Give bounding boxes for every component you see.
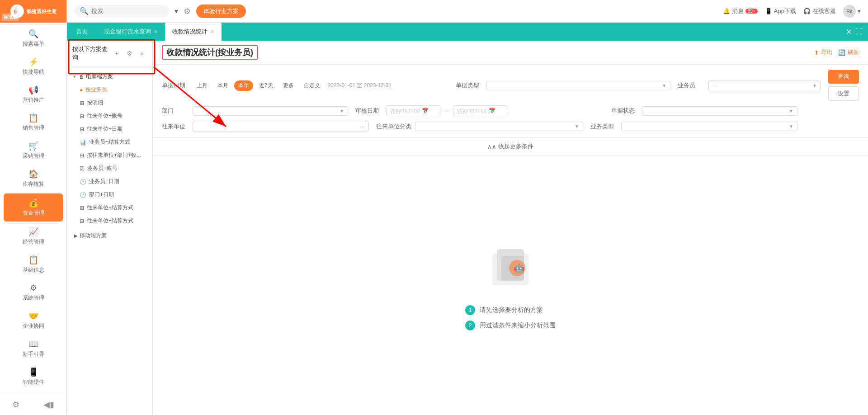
tab-cashflow-label: 现金银行流水查询	[104, 28, 151, 36]
scheme-item-detail[interactable]: ⊞ 按明细	[67, 96, 152, 109]
user-menu-btn[interactable]: Rit ▾	[843, 5, 861, 18]
tab-receipt-stats-label: 收款情况统计	[172, 28, 208, 36]
basic-icon: 📋	[28, 255, 38, 265]
tabbar: 首页 现金银行流水查询 ✕ 收款情况统计 ✕ ✕ ⛶	[67, 23, 868, 41]
scheme-item-salesman[interactable]: ● 按业务员	[67, 83, 152, 96]
sidebar-item-operation[interactable]: 📈 经营管理	[0, 222, 66, 250]
audit-date-end[interactable]: yyyy-mm-dd 📅	[453, 105, 507, 116]
partner-more-icon[interactable]: ···	[360, 123, 365, 130]
mobile-group-header[interactable]: ▶ 移动端方案	[67, 229, 152, 242]
sidebar-item-guide[interactable]: 📖 新手引导	[0, 335, 66, 363]
export-btn[interactable]: ⬆ 导出	[814, 48, 833, 57]
salesman-date-icon: 🕐	[80, 179, 86, 185]
chevron-down-icon: ▼	[72, 74, 77, 79]
settings-form-btn[interactable]: 设置	[828, 86, 859, 101]
online-service-btn[interactable]: 🎧 在线客服	[803, 7, 836, 15]
sidebar-item-hardware[interactable]: 📱 智能硬件	[0, 363, 66, 391]
tab-receipt-stats[interactable]: 收款情况统计 ✕	[165, 23, 222, 41]
business-type-select[interactable]: ▼	[621, 122, 797, 131]
sidebar-item-finance[interactable]: 💰 资金管理	[4, 193, 63, 222]
phone-icon: 📱	[765, 8, 772, 14]
system-icon: ⚙	[30, 283, 37, 293]
settings-footer-icon[interactable]: ⚙	[12, 400, 19, 410]
date-pill-thismonth[interactable]: 本月	[213, 80, 232, 91]
messages-btn[interactable]: 🔔 消息 99	[723, 7, 758, 15]
partner-category-label: 往来单位分类	[376, 123, 411, 131]
calendar-start-icon: 📅	[422, 108, 429, 114]
salesman-arrow: ▼	[812, 83, 817, 88]
user-dropdown-icon: ▾	[858, 8, 861, 14]
voucher-status-label: 单据状态	[611, 107, 638, 115]
scheme-item-partner-settle1[interactable]: ⊞ 往来单位+结算方式	[67, 201, 152, 214]
partner-account-icon: ⊟	[80, 113, 84, 119]
salesman-select[interactable]: ··· ▼	[708, 80, 821, 91]
sidebar-item-collab[interactable]: 🤝 企业协同	[0, 307, 66, 335]
tab-home[interactable]: 首页	[67, 23, 97, 41]
scheme-item-partner-account[interactable]: ⊟ 往来单位+账号	[67, 109, 152, 123]
audit-date-start[interactable]: yyyy-mm-dd 📅	[386, 105, 440, 116]
maximize-icon[interactable]: ⛶	[855, 28, 863, 36]
sidebar-item-basic[interactable]: 📋 基础信息	[0, 250, 66, 278]
salesman-settle-icon: 📊	[80, 139, 86, 146]
sidebar-item-inventory[interactable]: 🏠 库存核算	[0, 165, 66, 193]
voucher-type-select[interactable]: ▼	[486, 81, 670, 90]
department-arrow: ▼	[340, 108, 344, 113]
date-pill-thisyear[interactable]: 本年	[234, 80, 253, 91]
sidebar-item-system[interactable]: ⚙ 系统管理	[0, 278, 66, 307]
scheme-item-salesman-account[interactable]: ☑ 业务员+账号	[67, 162, 152, 175]
chevron-right-icon: ▶	[74, 233, 78, 238]
sidebar-item-marketing[interactable]: 📢 营销推广	[0, 80, 66, 108]
app-download-btn[interactable]: 📱 App下载	[765, 7, 796, 15]
filter-actions: 查询 设置	[828, 70, 859, 101]
date-pill-more[interactable]: 更多	[279, 80, 298, 91]
search-input[interactable]	[91, 8, 164, 14]
sidebar-item-sales[interactable]: 📋 销售管理	[0, 108, 66, 137]
main-area: 🔍 ▾ ⚙ 体验行业方案 🔔 消息 99 📱 App下载 🎧 在线客服 Ri	[67, 0, 868, 415]
topbar-settings-icon[interactable]: ⚙	[184, 6, 191, 16]
partner-field[interactable]: ···	[193, 121, 369, 132]
search-box[interactable]: 🔍	[74, 5, 169, 17]
department-label: 部门	[162, 107, 189, 115]
scheme-item-partner-date[interactable]: ⊟ 往来单位+日期	[67, 123, 152, 136]
detail-icon: ⊞	[80, 100, 84, 106]
collapse-panel-btn[interactable]: «	[137, 48, 147, 58]
scheme-item-salesman-settle[interactable]: 📊 业务员+结算方式	[67, 136, 152, 149]
filter-panel: 按以下方案查询 + ⚙ « ▼ 🖥 电脑端方案 ● 按业务员	[67, 41, 153, 415]
trial-btn[interactable]: 体验行业方案	[196, 5, 246, 18]
date-pill-lastmonth[interactable]: 上月	[193, 80, 212, 91]
sidebar-item-search[interactable]: 🔍 搜索菜单	[0, 24, 66, 52]
settings-scheme-btn[interactable]: ⚙	[124, 48, 134, 58]
sidebar-item-quicknav[interactable]: ⚡ 快捷导航	[0, 52, 66, 80]
department-select[interactable]: ▼	[193, 106, 348, 116]
purchase-icon: 🛒	[28, 141, 38, 151]
partner-category-select[interactable]: ▼	[415, 122, 583, 131]
scheme-item-salesman-date[interactable]: 🕐 业务员+日期	[67, 175, 152, 188]
tab-receipt-stats-close[interactable]: ✕	[210, 29, 214, 35]
empty-step-2: 2 用过滤条件来缩小分析范围	[465, 321, 556, 330]
filter-panel-header: 按以下方案查询 + ⚙ «	[67, 41, 152, 66]
add-scheme-btn[interactable]: +	[112, 48, 122, 58]
query-btn[interactable]: 查询	[828, 70, 859, 84]
date-pill-custom[interactable]: 自定义	[300, 80, 324, 91]
sidebar-item-purchase[interactable]: 🛒 采购管理	[0, 137, 66, 165]
audit-date-label: 审核日期	[355, 107, 382, 115]
sidebar-item-wechat[interactable]: 💬 企业微信	[0, 391, 66, 394]
desktop-icon: 🖥	[79, 74, 84, 80]
salesman-account-icon: ☑	[80, 165, 85, 172]
tab-cashflow[interactable]: 现金银行流水查询 ✕	[97, 23, 165, 41]
scheme-item-dept-date[interactable]: 🕐 部门+日期	[67, 188, 152, 201]
collapse-sidebar-icon[interactable]: ◀︎▮	[43, 400, 54, 410]
refresh-btn[interactable]: 🔄 刷新	[838, 48, 859, 57]
tab-cashflow-close[interactable]: ✕	[154, 29, 158, 35]
scheme-item-partner-settle2[interactable]: ⊟ 往来单位+结算方式	[67, 214, 152, 227]
sidebar: 6 畅捷通好生意 标准版 🔍 搜索菜单 ⚡ 快捷导航 📢 营销推广 📋 销售管理…	[0, 0, 67, 415]
empty-step-1: 1 请先选择要分析的方案	[465, 305, 556, 315]
close-window-icon[interactable]: ✕	[846, 28, 852, 36]
nav-dropdown-btn[interactable]: ▾	[175, 7, 178, 15]
voucher-status-select[interactable]: ▼	[642, 106, 797, 116]
collapse-bar[interactable]: ∧∧ 收起更多条件	[153, 138, 868, 156]
scheme-item-partner-dept[interactable]: ⊟ 按往来单位+部门+收...	[67, 149, 152, 162]
date-pill-7days[interactable]: 近7天	[255, 80, 277, 91]
search-icon: 🔍	[80, 7, 89, 15]
desktop-group-header[interactable]: ▼ 🖥 电脑端方案	[67, 70, 152, 83]
